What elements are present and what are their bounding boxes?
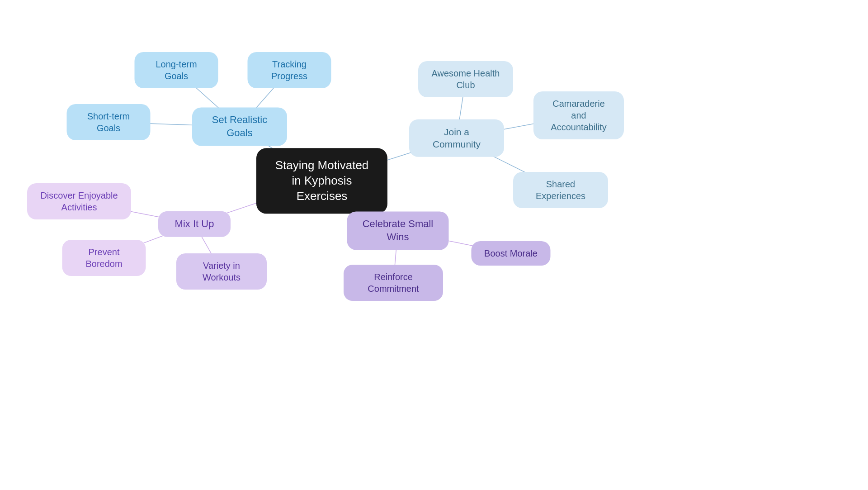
boost-morale-node: Boost Morale: [472, 241, 551, 266]
variety-in-workouts-node: Variety in Workouts: [176, 253, 267, 290]
celebrate-small-wins-node: Celebrate Small Wins: [347, 211, 449, 250]
join-community-node: Join a Community: [409, 119, 504, 157]
tracking-progress-node: Tracking Progress: [248, 52, 331, 88]
awesome-health-club-node: Awesome Health Club: [418, 61, 513, 97]
camaraderie-accountability-node: Camaraderie and Accountability: [533, 91, 624, 139]
set-realistic-goals-node: Set Realistic Goals: [192, 107, 287, 146]
prevent-boredom-node: Prevent Boredom: [62, 240, 146, 276]
short-term-goals-node: Short-term Goals: [67, 104, 151, 140]
mix-it-up-node: Mix It Up: [158, 211, 231, 237]
reinforce-commitment-node: Reinforce Commitment: [344, 265, 443, 301]
shared-experiences-node: Shared Experiences: [513, 172, 608, 208]
center-node: Staying Motivated in KyphosisExercises: [256, 148, 387, 214]
discover-enjoyable-activities-node: Discover Enjoyable Activities: [27, 183, 131, 219]
long-term-goals-node: Long-term Goals: [135, 52, 218, 88]
